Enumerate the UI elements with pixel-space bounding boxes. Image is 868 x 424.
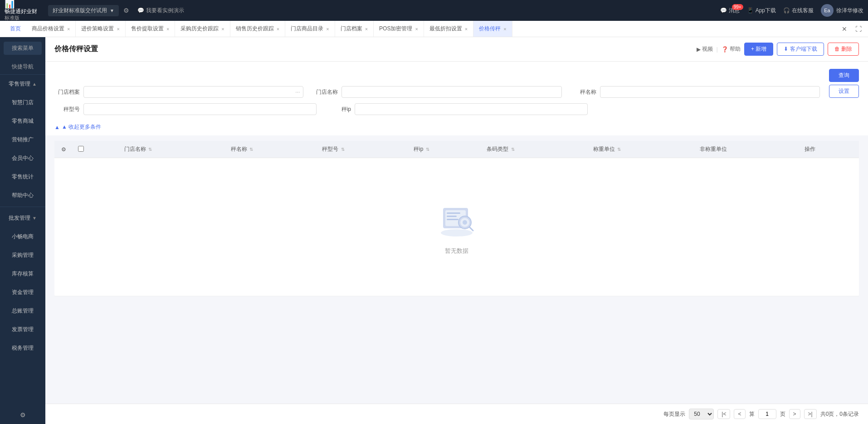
empty-state: 暂无数据: [60, 163, 853, 291]
avatar: Ea: [821, 4, 834, 17]
page-prev-button[interactable]: <: [734, 409, 745, 419]
tab-purchase-strategy-close[interactable]: ×: [117, 26, 119, 32]
version-selector[interactable]: 好业财标准版交付试用 ▼: [48, 5, 119, 16]
top-bar: 📊 畅捷通好业财 标准版 好业财标准版交付试用 ▼ ⚙ 💬 我要看实例演示 💬 …: [0, 0, 868, 21]
video-link[interactable]: ▶ 视频: [697, 45, 713, 53]
store-archive-input[interactable]: [83, 86, 303, 98]
sidebar-quick-nav[interactable]: 快捷导航: [0, 59, 45, 75]
sidebar-item-marketing[interactable]: 营销推广: [0, 130, 45, 149]
col-barcode-type[interactable]: 条码类型 ⇅: [481, 141, 588, 158]
sidebar-item-invoice-manage[interactable]: 发票管理: [0, 320, 45, 339]
message-badge: 99+: [732, 4, 743, 10]
tab-store-archive[interactable]: 门店档案 ×: [335, 21, 374, 37]
tab-store-catalog[interactable]: 门店商品目录 ×: [285, 21, 335, 37]
sidebar-search-button[interactable]: 搜索菜单: [4, 42, 42, 55]
tab-store-archive-close[interactable]: ×: [365, 26, 368, 32]
sidebar-item-fund-manage[interactable]: 资金管理: [0, 283, 45, 302]
scale-name-input[interactable]: [600, 86, 820, 98]
sidebar-item-help-center[interactable]: 帮助中心: [0, 186, 45, 205]
page-last-button[interactable]: >|: [804, 409, 817, 419]
tab-price-setting-close[interactable]: ×: [67, 26, 70, 32]
page-first-button[interactable]: |<: [717, 409, 730, 419]
version-settings-button[interactable]: ⚙: [122, 5, 131, 16]
add-button[interactable]: + 新增: [744, 43, 773, 56]
settings-form-button[interactable]: 设置: [829, 85, 859, 98]
logo-icon: 📊: [5, 0, 41, 8]
sidebar-item-wholesale-manage[interactable]: 批发管理 ▼: [0, 209, 45, 227]
page-title-actions: ▶ 视频 | ❓ 帮助 + 新增 ⬇ 客户端下载 🗑 删除: [697, 43, 859, 56]
col-scale-model[interactable]: 秤型号 ⇅: [317, 141, 408, 158]
svg-point-9: [463, 220, 467, 225]
sidebar-item-purchase-manage[interactable]: 采购管理: [0, 246, 45, 265]
sidebar-item-retail-manage[interactable]: 零售管理 ▲: [0, 75, 45, 93]
col-settings[interactable]: ⚙: [54, 141, 73, 158]
sidebar-item-retail-mall[interactable]: 零售商城: [0, 112, 45, 130]
data-table: ⚙ 门店名称 ⇅ 秤名称 ⇅: [54, 141, 859, 296]
video-label: 视频: [702, 45, 713, 53]
tab-price-scale-close[interactable]: ×: [503, 26, 506, 32]
tab-sale-extract[interactable]: 售价提取设置 ×: [126, 21, 175, 37]
tab-purchase-history-close[interactable]: ×: [221, 26, 224, 32]
tab-purchase-strategy-label: 进价策略设置: [81, 25, 114, 33]
sidebar-item-smart-store[interactable]: 智慧门店: [0, 93, 45, 112]
sidebar-item-inventory[interactable]: 库存核算: [0, 265, 45, 283]
tab-pos-manage[interactable]: POS加密管理 ×: [374, 21, 424, 37]
search-form-row1: 门店档案 ··· 门店名称 秤名称: [54, 69, 859, 98]
sidebar-item-member-center[interactable]: 会员中心: [0, 149, 45, 168]
sidebar-item-tax-manage[interactable]: 税务管理: [0, 339, 45, 357]
tab-purchase-history[interactable]: 采购历史价跟踪 ×: [175, 21, 230, 37]
svg-rect-3: [447, 212, 460, 214]
svg-point-0: [441, 229, 473, 236]
col-store-name[interactable]: 门店名称 ⇅: [119, 141, 225, 158]
online-service-label: 在线客服: [792, 7, 814, 14]
svg-rect-5: [447, 219, 458, 220]
sidebar-item-marketing-label: 营销推广: [12, 136, 34, 144]
app-wrapper: 📊 畅捷通好业财 标准版 好业财标准版交付试用 ▼ ⚙ 💬 我要看实例演示 💬 …: [0, 0, 868, 424]
tab-price-scale[interactable]: 价格传秤 ×: [473, 21, 512, 37]
scale-ip-input[interactable]: [355, 103, 588, 115]
tab-pos-manage-close[interactable]: ×: [415, 26, 418, 32]
tab-min-discount[interactable]: 最低折扣设置 ×: [424, 21, 473, 37]
sidebar-item-xiaochang-ecom[interactable]: 小畅电商: [0, 227, 45, 246]
tab-store-catalog-close[interactable]: ×: [326, 26, 329, 32]
tab-home[interactable]: 首页: [5, 21, 26, 37]
store-archive-label: 门店档案: [54, 88, 80, 96]
demo-link[interactable]: 💬 我要看实例演示: [137, 7, 184, 14]
tab-price-setting[interactable]: 商品价格设置 ×: [26, 21, 76, 37]
app-download-button[interactable]: 📱 App下载: [747, 7, 776, 14]
col-scale-ip[interactable]: 秤ip ⇅: [408, 141, 481, 158]
user-area[interactable]: Ea 徐泽华修改: [821, 4, 863, 17]
col-weight-unit-label: 称重单位: [593, 146, 615, 152]
tab-bar: 首页 商品价格设置 × 进价策略设置 × 售价提取设置 × 采购历史价跟踪 × …: [0, 21, 868, 37]
download-button[interactable]: ⬇ 客户端下载: [777, 43, 824, 56]
store-archive-more-icon[interactable]: ···: [295, 89, 300, 95]
help-link[interactable]: ❓ 帮助: [722, 45, 741, 53]
wholesale-manage-arrow-icon: ▼: [32, 216, 37, 221]
svg-line-8: [469, 227, 473, 231]
tab-min-discount-close[interactable]: ×: [465, 26, 468, 32]
per-page-select[interactable]: 50 10 20 100: [689, 409, 714, 419]
col-weight-unit[interactable]: 称重单位 ⇅: [588, 141, 694, 158]
page-number-input[interactable]: [758, 409, 776, 419]
store-name-input[interactable]: [341, 86, 561, 98]
sidebar-settings-button[interactable]: ⚙: [0, 406, 45, 424]
tab-sale-history-close[interactable]: ×: [277, 26, 279, 32]
tab-sale-history[interactable]: 销售历史价跟踪 ×: [230, 21, 285, 37]
col-scale-name[interactable]: 秤名称 ⇅: [225, 141, 317, 158]
online-service-button[interactable]: 🎧 在线客服: [783, 7, 814, 14]
message-button[interactable]: 💬 消息 99+: [720, 7, 740, 14]
delete-button[interactable]: 🗑 删除: [828, 43, 859, 56]
query-button[interactable]: 查询: [829, 69, 859, 82]
collapse-icon: ▲: [54, 124, 60, 130]
tab-sale-extract-close[interactable]: ×: [166, 26, 169, 32]
select-all-checkbox[interactable]: [78, 146, 84, 152]
collapse-button[interactable]: ▲ ▲ 收起更多条件: [45, 120, 868, 135]
sidebar-item-general-ledger[interactable]: 总账管理: [0, 302, 45, 320]
tab-close-button[interactable]: ✕: [839, 24, 850, 34]
tab-expand-button[interactable]: ⛶: [853, 24, 864, 34]
action-separator: |: [717, 46, 718, 53]
tab-purchase-strategy[interactable]: 进价策略设置 ×: [76, 21, 125, 37]
sidebar-item-retail-stats[interactable]: 零售统计: [0, 168, 45, 186]
scale-model-input[interactable]: [83, 103, 317, 115]
page-next-button[interactable]: >: [789, 409, 800, 419]
